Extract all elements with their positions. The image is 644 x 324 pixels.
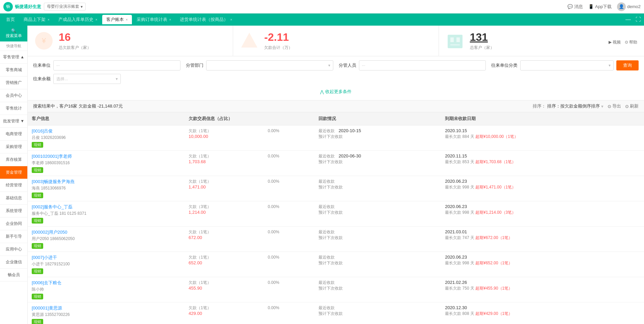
customer-name-link[interactable]: [0006]去下粮仓 xyxy=(32,280,61,285)
sidebar-item-system[interactable]: 系统管理 xyxy=(0,205,27,217)
next-collection-label: 预计下次收款 xyxy=(318,134,343,139)
debt-pct-cell: 0.00% xyxy=(264,201,314,227)
app-download-button[interactable]: 📱 App下载 xyxy=(588,4,612,10)
sidebar-item-new-guide[interactable]: 新手引导 xyxy=(0,230,27,243)
sidebar-label-enterprise: 企业协同 xyxy=(6,221,22,226)
sidebar-item-retail-store[interactable]: 零售商城 xyxy=(0,64,27,77)
customer-name-link[interactable]: [0007]小进干 xyxy=(32,255,57,260)
latest-collection-label: 最近收款 xyxy=(318,128,335,133)
tab-customer-account[interactable]: 客户账本 × xyxy=(102,15,132,24)
customer-info-cell: [0016]吕俊 吕俊 13026203696 现销 xyxy=(28,125,185,151)
dept-select[interactable]: ▾ xyxy=(206,60,333,70)
sidebar-item-wechat[interactable]: 企业微信 xyxy=(0,256,27,269)
customer-unit-input[interactable]: ··· xyxy=(53,60,180,70)
refresh-button[interactable]: ⊙ 刷新 xyxy=(625,103,639,109)
tab-products-off-close[interactable]: × xyxy=(48,18,50,22)
sort-selector[interactable]: 排序： 排序：按欠款金额倒序排序 ▾ xyxy=(533,103,604,109)
result-bar: 搜索结果中，客户16家 欠款金额 -21,148.07元 排序： 排序：按欠款金… xyxy=(28,100,644,112)
tab-home[interactable]: 首页 xyxy=(2,15,19,24)
customer-name-link[interactable]: [0016]吕俊 xyxy=(32,128,53,134)
overdue-amount-link[interactable]: 超期¥672.00（1笔） xyxy=(475,235,512,240)
tab-production-history-close[interactable]: × xyxy=(95,18,97,22)
due-date-cell: 2020.06.23 最长欠款 998 天 超期¥652.00（1笔） xyxy=(441,252,644,277)
tab-purchase-order[interactable]: 采购订单统计表 × xyxy=(133,15,175,24)
sidebar-item-marketing[interactable]: 营销推广 xyxy=(0,77,27,89)
sidebar-label-operations: 经营管理 xyxy=(6,183,22,187)
table-row: [0003]畅捷服务尹海燕 海燕 18513066976 现销 欠款（1笔） 1… xyxy=(28,176,644,201)
tab-purchase-order-close[interactable]: × xyxy=(169,18,171,22)
next-collection-label: 预计下次收款 xyxy=(318,311,343,316)
table-row: [000001]黄思源 黄思源 13552700226 现销 欠款（1笔） 42… xyxy=(28,302,644,324)
collapse-icon: ⋀ xyxy=(320,89,324,94)
overdue-days: 最长欠款 998 天 超期¥1,471.00（1笔） xyxy=(445,184,640,190)
due-date-cell: 2020.06.23 最长欠款 998 天 超期¥1,214.00（3笔） xyxy=(441,201,644,227)
sidebar-item-operations[interactable]: 经营管理 xyxy=(0,179,27,192)
tab-collapse-button[interactable]: — xyxy=(624,16,632,23)
latest-collection-label: 最近收款 xyxy=(318,305,335,310)
customer-name-link[interactable]: [0001020001]李老师 xyxy=(32,154,72,159)
customer-info-cell: [0003]畅捷服务尹海燕 海燕 18513066976 现销 xyxy=(28,176,185,201)
manager-input[interactable]: ··· xyxy=(359,60,486,70)
sidebar-item-finance[interactable]: 资金管理 xyxy=(0,166,27,179)
stat-value-total-customers: 131 xyxy=(470,31,494,43)
overdue-amount-link[interactable]: 超期¥10,000.00（1笔） xyxy=(475,134,518,139)
sidebar-item-enterprise[interactable]: 企业协同 xyxy=(0,217,27,230)
sidebar-item-member[interactable]: 会员中心 xyxy=(0,89,27,102)
tab-products-off[interactable]: 商品上下架 × xyxy=(20,15,54,24)
tab-production-history-label: 产成品入库单历史 xyxy=(58,17,93,23)
tab-customer-account-label: 客户账本 xyxy=(106,17,124,23)
sidebar-item-batch-mgmt[interactable]: 批发管理 ▼ xyxy=(0,115,27,128)
unit-category-select[interactable]: ▾ xyxy=(520,60,614,70)
tab-production-history[interactable]: 产成品入库单历史 × xyxy=(54,15,102,24)
customer-contact: 李老师 18600391516 xyxy=(32,160,180,166)
customer-tag: 现销 xyxy=(32,319,43,324)
stat-card-debt-customers: ¥ 16 总欠款客户（家） xyxy=(28,26,233,56)
sidebar-item-app-center[interactable]: 应用中心 xyxy=(0,243,27,256)
collapse-button[interactable]: ⋀ 收起更多条件 xyxy=(33,87,639,96)
table-row: [0006]去下粮仓 陈小帅 现销 欠款（1笔） 455.90 0.00% 最近… xyxy=(28,277,644,302)
export-button[interactable]: ⊙ 导出 xyxy=(608,103,621,109)
sidebar-search[interactable]: 🔍 搜索菜单 xyxy=(0,26,27,41)
debt-pct-cell: 0.00% xyxy=(264,125,314,151)
overdue-amount-link[interactable]: 超期¥1,214.00（3笔） xyxy=(475,210,516,215)
filter-label-balance: 往来余额 xyxy=(33,76,51,82)
overdue-amount-link[interactable]: 超期¥429.00（1笔） xyxy=(475,311,512,316)
help-button[interactable]: ⊙ 帮助 xyxy=(625,39,637,45)
filter-label-manager: 分管人员 xyxy=(339,62,356,68)
debt-pct-cell: 0.00% xyxy=(264,176,314,201)
tab-purchase-stats-close[interactable]: × xyxy=(230,18,232,22)
tab-purchase-stats[interactable]: 进货单统计表（按商品） × xyxy=(176,15,236,24)
sidebar-item-basic-info[interactable]: 基础信息 xyxy=(0,192,27,205)
customer-name-link[interactable]: [0002]服务中心_丁磊 xyxy=(32,204,73,209)
next-collection-label: 预计下次收款 xyxy=(318,159,343,164)
tab-customer-account-close[interactable]: × xyxy=(126,18,128,22)
customer-name-link[interactable]: [000002]用户2050 xyxy=(32,230,67,235)
user-profile[interactable]: 👤 demo2 xyxy=(617,2,641,11)
sidebar-item-retail-mgmt[interactable]: 零售管理 ▲ xyxy=(0,51,27,64)
company-selector[interactable]: 母婴行业演示账套 ▾ xyxy=(44,3,86,10)
balance-select[interactable]: 选择... ▾ xyxy=(53,74,121,84)
sidebar-item-retail-stats[interactable]: 零售统计 xyxy=(0,102,27,115)
customer-info-cell: [0007]小进干 小进干 18279152100 现销 xyxy=(28,252,185,277)
latest-collection-label: 最近收款 xyxy=(318,255,335,260)
video-button[interactable]: ▶ 视频 xyxy=(609,39,621,45)
customer-name-link[interactable]: [0003]畅捷服务尹海燕 xyxy=(32,179,75,184)
message-button[interactable]: 💬 消息 xyxy=(567,4,583,10)
debt-pct: 0.00% xyxy=(268,179,279,184)
latest-collection-label: 最近收款 xyxy=(318,204,335,209)
customer-name-link[interactable]: [000001]黄思源 xyxy=(32,305,62,311)
col-debt-info: 欠款交易信息（占比） xyxy=(185,112,314,125)
overdue-amount-link[interactable]: 超期¥455.90（1笔） xyxy=(475,286,512,291)
due-date-cell: 2020.06.23 最长欠款 998 天 超期¥1,471.00（1笔） xyxy=(441,176,644,201)
overdue-amount-link[interactable]: 超期¥652.00（1笔） xyxy=(475,261,512,265)
next-collection-label: 预计下次收款 xyxy=(318,210,343,215)
sidebar-item-purchase[interactable]: 采购管理 xyxy=(0,141,27,153)
sidebar-item-ecommerce[interactable]: 电商管理 xyxy=(0,128,27,141)
svg-marker-2 xyxy=(241,33,257,48)
sidebar-item-inventory[interactable]: 库存核算 xyxy=(0,153,27,166)
tab-expand-button[interactable]: ⛶ xyxy=(635,16,642,23)
overdue-amount-link[interactable]: 超期¥1,471.00（1笔） xyxy=(475,185,516,189)
sidebar-item-vip[interactable]: 畅会员 xyxy=(0,269,27,282)
search-button[interactable]: 查询 xyxy=(616,60,639,70)
overdue-amount-link[interactable]: 超期¥1,703.68（1笔） xyxy=(475,159,516,164)
